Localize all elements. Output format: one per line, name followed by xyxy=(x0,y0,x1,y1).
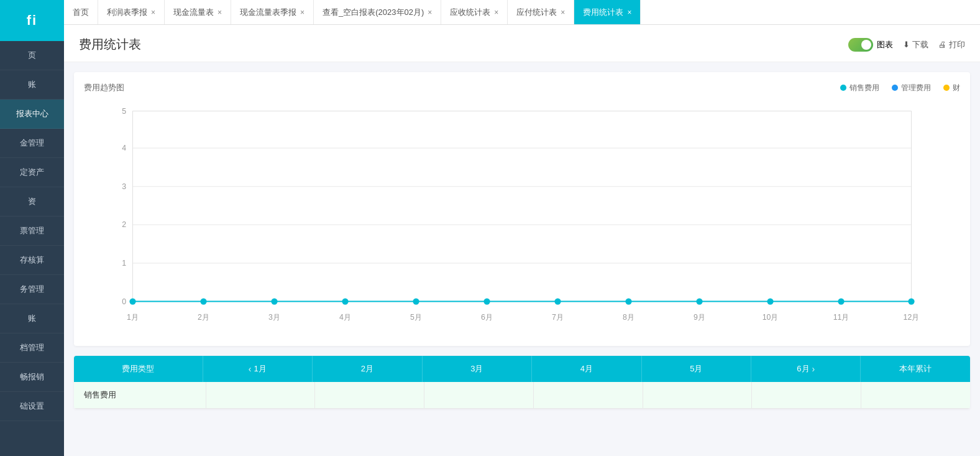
tab-home[interactable]: 首页 xyxy=(64,0,98,25)
svg-text:4: 4 xyxy=(122,144,126,152)
download-button[interactable]: ⬇ 下载 xyxy=(903,39,928,50)
td-m4 xyxy=(534,382,643,408)
sidebar-item-account[interactable]: 账 xyxy=(0,70,64,100)
print-icon: 🖨 xyxy=(938,40,946,49)
tab-cashflow-q[interactable]: 现金流量表季报 × xyxy=(231,0,314,25)
svg-point-14 xyxy=(200,298,206,304)
download-icon: ⬇ xyxy=(903,40,910,49)
print-button[interactable]: 🖨 打印 xyxy=(938,39,965,50)
chart-container: 5 4 3 2 1 0 xyxy=(84,100,960,336)
td-m3 xyxy=(424,382,534,408)
svg-point-23 xyxy=(838,298,844,304)
chart-title: 费用趋势图 xyxy=(84,82,124,93)
sidebar-item-capital[interactable]: 金管理 xyxy=(0,129,64,158)
tab-blank-report[interactable]: 查看_空白报表(2023年02月) × xyxy=(314,0,441,25)
sidebar-item-service[interactable]: 务管理 xyxy=(0,275,64,304)
chart-toggle-group[interactable]: 图表 xyxy=(848,38,893,52)
sidebar-item-fixed-assets[interactable]: 定资产 xyxy=(0,158,64,187)
td-ytd xyxy=(861,382,970,408)
svg-text:0: 0 xyxy=(122,297,126,306)
sidebar-item-reports[interactable]: 报表中心 xyxy=(0,100,64,129)
sidebar-item-ledger[interactable]: 账 xyxy=(0,304,64,333)
tab-cashflow[interactable]: 现金流量表 × xyxy=(165,0,231,25)
sidebar-item-home[interactable]: 页 xyxy=(0,41,64,70)
svg-text:5月: 5月 xyxy=(410,313,422,322)
svg-point-20 xyxy=(625,298,631,304)
th-m1: ‹ 1月 xyxy=(203,356,313,382)
th-ytd: 本年累计 xyxy=(861,356,969,382)
svg-point-18 xyxy=(483,298,490,304)
tab-close-cashflow-q[interactable]: × xyxy=(300,8,305,17)
page-content: 费用统计表 图表 ⬇ 下载 🖨 打印 费用趋势图 xyxy=(64,25,980,456)
chart-header: 费用趋势图 销售费用 管理费用 财 xyxy=(84,82,960,93)
svg-point-21 xyxy=(696,298,702,304)
th-m6: 6月 › xyxy=(751,356,861,382)
td-type: 销售费用 xyxy=(74,382,206,408)
legend-label-admin: 管理费用 xyxy=(901,83,931,93)
tab-payable[interactable]: 应付统计表 × xyxy=(508,0,574,25)
svg-rect-12 xyxy=(133,111,912,301)
tab-close-blank-report[interactable]: × xyxy=(428,8,432,17)
td-m6 xyxy=(752,382,861,408)
sidebar-item-investment[interactable]: 资 xyxy=(0,187,64,216)
sidebar-item-settings[interactable]: 础设置 xyxy=(0,392,64,421)
tab-profit[interactable]: 利润表季报 × xyxy=(98,0,165,25)
svg-text:9月: 9月 xyxy=(694,313,705,322)
svg-text:8月: 8月 xyxy=(623,313,634,322)
prev-month-button[interactable]: ‹ xyxy=(249,364,252,374)
svg-text:10月: 10月 xyxy=(762,313,779,322)
td-m1 xyxy=(206,382,316,408)
tab-close-payable[interactable]: × xyxy=(561,8,565,17)
tab-close-expense-stats[interactable]: × xyxy=(627,8,631,17)
tab-bar: 首页 利润表季报 × 现金流量表 × 现金流量表季报 × 查看_空白报表(202… xyxy=(64,0,980,25)
tab-close-receivable[interactable]: × xyxy=(494,8,498,17)
page-header: 费用统计表 图表 ⬇ 下载 🖨 打印 xyxy=(64,25,980,62)
tab-close-profit[interactable]: × xyxy=(151,8,155,17)
th-m2: 2月 xyxy=(313,356,422,382)
svg-text:3: 3 xyxy=(122,182,126,191)
svg-point-15 xyxy=(271,298,277,304)
svg-text:2: 2 xyxy=(122,220,126,229)
svg-text:7月: 7月 xyxy=(552,313,564,322)
page-title: 费用统计表 xyxy=(79,36,141,53)
app-logo: fi xyxy=(0,0,64,41)
td-m2 xyxy=(315,382,424,408)
tab-close-cashflow[interactable]: × xyxy=(218,8,222,17)
svg-point-13 xyxy=(129,298,135,304)
th-m3: 3月 xyxy=(423,356,532,382)
legend-label-sales: 销售费用 xyxy=(849,83,879,93)
chart-legend: 销售费用 管理费用 财 xyxy=(840,83,960,93)
svg-text:11月: 11月 xyxy=(833,313,849,322)
legend-dot-sales xyxy=(840,85,846,91)
table-header-row: 费用类型 ‹ 1月 2月 3月 4月 5月 xyxy=(74,356,970,382)
legend-sales: 销售费用 xyxy=(840,83,879,93)
legend-label-finance: 财 xyxy=(953,83,960,93)
svg-text:6月: 6月 xyxy=(481,313,493,322)
legend-dot-admin xyxy=(892,85,898,91)
td-m5 xyxy=(643,382,753,408)
next-month-button[interactable]: › xyxy=(812,364,815,374)
sidebar-item-inventory[interactable]: 存核算 xyxy=(0,246,64,275)
main-area: 首页 利润表季报 × 现金流量表 × 现金流量表季报 × 查看_空白报表(202… xyxy=(64,0,980,456)
chart-toggle-switch[interactable] xyxy=(848,38,873,52)
sidebar-item-invoice[interactable]: 票管理 xyxy=(0,216,64,246)
svg-text:3月: 3月 xyxy=(268,313,280,322)
svg-point-22 xyxy=(767,298,773,304)
tab-expense-stats[interactable]: 费用统计表 × xyxy=(574,0,641,25)
svg-point-24 xyxy=(908,298,914,304)
svg-text:5: 5 xyxy=(122,107,126,116)
th-m5: 5月 xyxy=(642,356,751,382)
svg-point-16 xyxy=(342,298,348,304)
legend-finance: 财 xyxy=(943,83,960,93)
svg-text:1: 1 xyxy=(122,259,126,268)
svg-point-17 xyxy=(413,298,419,304)
svg-text:1月: 1月 xyxy=(127,313,139,322)
tab-receivable[interactable]: 应收统计表 × xyxy=(441,0,508,25)
th-m4: 4月 xyxy=(532,356,641,382)
legend-dot-finance xyxy=(943,85,950,91)
header-actions: 图表 ⬇ 下载 🖨 打印 xyxy=(848,38,965,52)
sidebar-item-archive[interactable]: 档管理 xyxy=(0,333,64,363)
svg-text:2月: 2月 xyxy=(198,313,209,322)
sidebar: fi 页 账 报表中心 金管理 定资产 资 票管理 存核算 务管理 账 档管理 … xyxy=(0,0,64,456)
sidebar-item-expense[interactable]: 畅报销 xyxy=(0,363,64,392)
